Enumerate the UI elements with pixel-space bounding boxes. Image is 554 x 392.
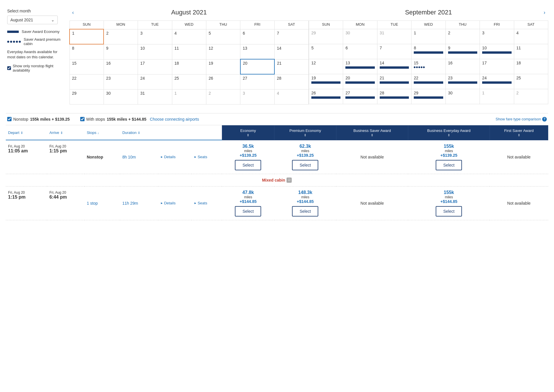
withstops-filter-checkbox[interactable] bbox=[80, 117, 85, 121]
depart-cell: Fri, Aug 201:15 pm bbox=[6, 186, 47, 220]
nonstop-filter-checkbox[interactable] bbox=[7, 117, 12, 121]
calendar-day[interactable]: 1 bbox=[70, 29, 104, 44]
calendar-day[interactable]: 3 bbox=[138, 29, 172, 44]
calendar-day[interactable]: 31 bbox=[138, 89, 172, 104]
choose-airports-link[interactable]: Choose connecting airports bbox=[150, 117, 199, 122]
calendar-day[interactable]: 14 bbox=[377, 59, 411, 74]
calendar-day[interactable]: 24 bbox=[138, 74, 172, 89]
calendar-day[interactable]: 15 bbox=[70, 59, 104, 74]
col-header-depart[interactable]: Depart ⇕ bbox=[6, 125, 47, 140]
col-header-arrive[interactable]: Arrive ⇕ bbox=[47, 125, 85, 140]
calendar-day[interactable]: 23 bbox=[104, 74, 138, 89]
calendar-day[interactable]: 5 bbox=[206, 29, 240, 44]
calendar-day[interactable]: 20 bbox=[343, 74, 377, 89]
results-table: Depart ⇕ Arrive ⇕ Stops ↓ Duration ⇕ Eco… bbox=[6, 125, 548, 220]
calendar-day[interactable]: 12 bbox=[309, 59, 343, 74]
col-header-first-saver[interactable]: First Saver Award ⇕ bbox=[490, 125, 548, 140]
calendar-day[interactable]: 1 bbox=[172, 89, 206, 104]
calendar-day[interactable]: 25 bbox=[172, 74, 206, 89]
seats-link[interactable]: ► Seats bbox=[194, 155, 220, 159]
calendar-day[interactable]: 27 bbox=[343, 89, 377, 104]
details-link[interactable]: ► Details bbox=[160, 155, 189, 159]
calendar-day[interactable]: 5 bbox=[309, 44, 343, 59]
calendar-day[interactable]: 24 bbox=[480, 74, 514, 89]
calendar-day[interactable]: 11 bbox=[514, 44, 548, 59]
calendar-day[interactable]: 27 bbox=[240, 74, 274, 89]
details-link[interactable]: ► Details bbox=[160, 201, 189, 205]
calendar-day[interactable]: 12 bbox=[206, 44, 240, 59]
calendar-day[interactable]: 22 bbox=[70, 74, 104, 89]
calendar-day[interactable]: 3 bbox=[480, 29, 514, 44]
day-number: 20 bbox=[345, 76, 375, 80]
calendar-day[interactable]: 29 bbox=[70, 89, 104, 104]
calendar-day[interactable]: 17 bbox=[480, 59, 514, 74]
calendar-day[interactable]: 3 bbox=[240, 89, 274, 104]
calendar-day[interactable]: 7 bbox=[274, 29, 308, 44]
calendar-day[interactable]: 13 bbox=[343, 59, 377, 74]
calendar-day[interactable]: 1 bbox=[411, 29, 446, 44]
fare-comparison-link[interactable]: Show fare type comparison ? bbox=[495, 117, 547, 122]
calendar-day[interactable]: 26 bbox=[309, 89, 343, 104]
calendar-day[interactable]: 14 bbox=[274, 44, 308, 59]
calendar-day[interactable]: 2 bbox=[514, 89, 548, 104]
calendar-day[interactable]: 2 bbox=[206, 89, 240, 104]
month-selector[interactable]: August 2021 ⌄ bbox=[7, 16, 58, 24]
col-header-economy[interactable]: Economy ⇕ bbox=[222, 125, 274, 140]
calendar-day[interactable]: 19 bbox=[206, 59, 240, 74]
calendar-day[interactable]: 1 bbox=[480, 89, 514, 104]
economy-select-button[interactable]: Select bbox=[235, 160, 261, 170]
col-header-premium-economy[interactable]: Premium Economy ⇕ bbox=[274, 125, 336, 140]
calendar-day[interactable]: 13 bbox=[240, 44, 274, 59]
calendar-day[interactable]: 4 bbox=[274, 89, 308, 104]
col-header-business-saver[interactable]: Business Saver Award ⇕ bbox=[336, 125, 408, 140]
premium-select-button[interactable]: Select bbox=[292, 206, 318, 216]
calendar-day[interactable]: 21 bbox=[274, 59, 308, 74]
next-month-button[interactable]: › bbox=[544, 10, 545, 16]
prev-month-button[interactable]: ‹ bbox=[72, 10, 74, 16]
calendar-day[interactable]: 28 bbox=[377, 89, 411, 104]
calendar-day[interactable]: 8 bbox=[411, 44, 446, 59]
economy-select-button[interactable]: Select bbox=[235, 206, 261, 216]
business-everyday-select-button[interactable]: Select bbox=[436, 160, 462, 170]
calendar-day[interactable]: 30 bbox=[104, 89, 138, 104]
calendar-day[interactable]: 30 bbox=[343, 29, 377, 44]
col-header-stops[interactable]: Stops ↓ bbox=[85, 125, 120, 140]
calendar-day[interactable]: 22 bbox=[411, 74, 446, 89]
calendar-day[interactable]: 18 bbox=[514, 59, 548, 74]
calendar-day[interactable]: 31 bbox=[377, 29, 411, 44]
business-everyday-select-button[interactable]: Select bbox=[436, 206, 462, 216]
calendar-day[interactable]: 29 bbox=[411, 89, 446, 104]
calendar-day[interactable]: 8 bbox=[70, 44, 104, 59]
calendar-day[interactable]: 26 bbox=[206, 74, 240, 89]
calendar-day[interactable]: 23 bbox=[446, 74, 480, 89]
calendar-day[interactable]: 28 bbox=[274, 74, 308, 89]
calendar-day[interactable]: 2 bbox=[446, 29, 480, 44]
calendar-day[interactable]: 9 bbox=[104, 44, 138, 59]
calendar-day[interactable]: 30 bbox=[446, 89, 480, 104]
calendar-day[interactable]: 19 bbox=[309, 74, 343, 89]
calendar-day[interactable]: 6 bbox=[343, 44, 377, 59]
calendar-day[interactable]: 10 bbox=[138, 44, 172, 59]
calendar-day[interactable]: 2 bbox=[104, 29, 138, 44]
calendar-day[interactable]: 6 bbox=[240, 29, 274, 44]
calendar-day[interactable]: 7 bbox=[377, 44, 411, 59]
calendar-day[interactable]: 15 bbox=[411, 59, 446, 74]
calendar-day[interactable]: 21 bbox=[377, 74, 411, 89]
calendar-day[interactable]: 11 bbox=[172, 44, 206, 59]
calendar-day[interactable]: 4 bbox=[514, 29, 548, 44]
calendar-day[interactable]: 25 bbox=[514, 74, 548, 89]
seats-link[interactable]: ► Seats bbox=[194, 201, 220, 205]
col-header-duration[interactable]: Duration ⇕ bbox=[120, 125, 158, 140]
calendar-day[interactable]: 17 bbox=[138, 59, 172, 74]
nonstop-checkbox[interactable] bbox=[7, 66, 11, 70]
calendar-day[interactable]: 16 bbox=[446, 59, 480, 74]
calendar-day[interactable]: 20 bbox=[240, 59, 274, 74]
calendar-day[interactable]: 16 bbox=[104, 59, 138, 74]
calendar-day[interactable]: 18 bbox=[172, 59, 206, 74]
calendar-day[interactable]: 29 bbox=[309, 29, 343, 44]
calendar-day[interactable]: 4 bbox=[172, 29, 206, 44]
col-header-business-everyday[interactable]: Business Everyday Award ⇕ bbox=[408, 125, 490, 140]
calendar-day[interactable]: 9 bbox=[446, 44, 480, 59]
premium-select-button[interactable]: Select bbox=[292, 160, 318, 170]
calendar-day[interactable]: 10 bbox=[480, 44, 514, 59]
